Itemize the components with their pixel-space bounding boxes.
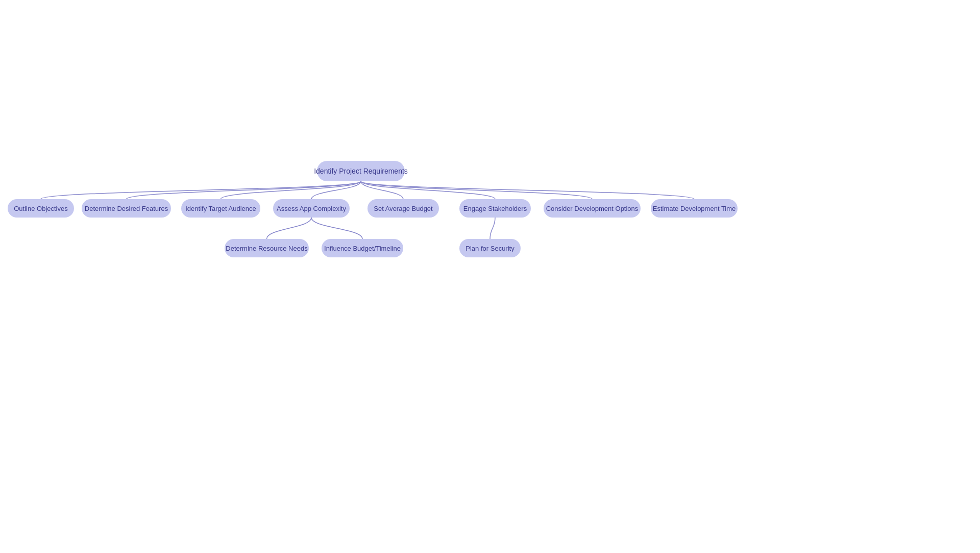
node-root[interactable]: Identify Project Requirements bbox=[317, 161, 405, 181]
node-influence[interactable]: Influence Budget/Timeline bbox=[322, 239, 403, 257]
connections-svg bbox=[0, 0, 980, 553]
node-estimate[interactable]: Estimate Development Time bbox=[651, 199, 738, 218]
node-target[interactable]: Identify Target Audience bbox=[181, 199, 260, 218]
diagram-container: Identify Project Requirements Outline Ob… bbox=[0, 0, 980, 553]
node-consider[interactable]: Consider Development Options bbox=[544, 199, 641, 218]
node-engage[interactable]: Engage Stakeholders bbox=[459, 199, 531, 218]
node-budget[interactable]: Set Average Budget bbox=[368, 199, 439, 218]
node-resource[interactable]: Determine Resource Needs bbox=[225, 239, 309, 257]
node-security[interactable]: Plan for Security bbox=[459, 239, 521, 257]
node-outline[interactable]: Outline Objectives bbox=[8, 199, 74, 218]
node-assess[interactable]: Assess App Complexity bbox=[273, 199, 350, 218]
node-desired[interactable]: Determine Desired Features bbox=[82, 199, 171, 218]
